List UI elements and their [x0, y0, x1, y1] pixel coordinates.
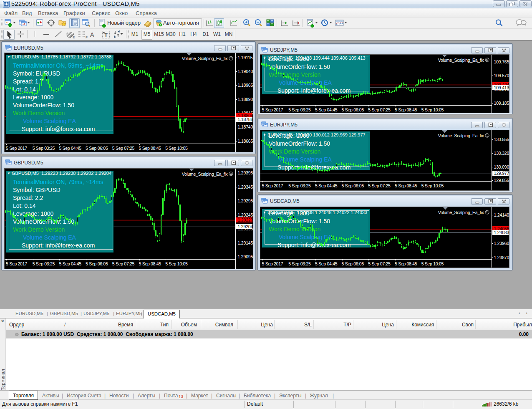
svg-text:T: T [104, 32, 108, 38]
svg-text:F: F [86, 35, 88, 39]
svg-text:E: E [73, 35, 75, 39]
